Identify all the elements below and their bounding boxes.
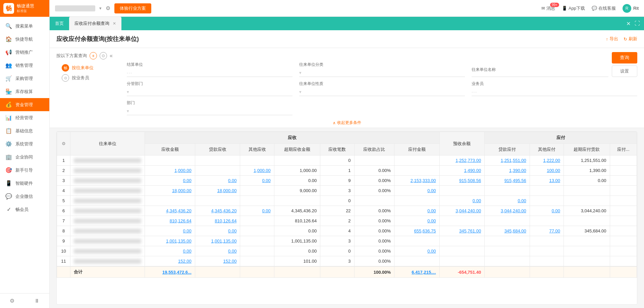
cell-ar-loan[interactable]: 1,001,135.00	[195, 236, 240, 246]
export-btn[interactable]: ↑ 导出	[606, 36, 619, 42]
cell-ar-prepaid[interactable]: 0.00	[394, 206, 440, 216]
cell-ar-other[interactable]	[240, 246, 274, 256]
sidebar-item-quick-nav[interactable]: 🏠 快捷导航	[0, 33, 49, 46]
filter-scheme-by-salesman[interactable]: ⊙ 按业务员	[60, 73, 123, 83]
sidebar-item-search-menu[interactable]: 🔍 搜索菜单	[0, 19, 49, 33]
filter-scheme-by-unit[interactable]: 畅 按往来单位	[60, 63, 123, 73]
cell-ap-loan[interactable]	[485, 186, 530, 196]
cell-ar-other[interactable]: 0.00	[240, 176, 274, 186]
cell-ap-amount[interactable]: 1,252,773.00	[439, 156, 485, 166]
cell-ar-other[interactable]	[240, 256, 274, 267]
cell-ap-other[interactable]	[530, 196, 564, 206]
cell-ar-prepaid[interactable]	[394, 156, 440, 166]
manage-dept-input[interactable]: ▾	[127, 88, 292, 96]
cell-ar-prepaid[interactable]: 0.00	[394, 246, 440, 256]
cell-ap-loan[interactable]: 915,495.56	[485, 176, 530, 186]
cell-ar-amount[interactable]: 1,001,135.00	[145, 236, 195, 246]
cell-ar-loan[interactable]: 0.00	[195, 226, 240, 236]
footer-ar-prepaid[interactable]: 6,417,215....	[394, 266, 440, 278]
cell-ar-amount[interactable]: 152.00	[145, 256, 195, 267]
refresh-btn[interactable]: ↻ 刷新	[624, 36, 637, 42]
cell-ar-other[interactable]	[240, 226, 274, 236]
cell-ar-prepaid[interactable]: 2,153,333.00	[394, 176, 440, 186]
filter-setting-circle-btn[interactable]: ⊙	[100, 52, 107, 59]
cell-ap-loan[interactable]	[485, 246, 530, 256]
salesman-input[interactable]: ···	[472, 88, 637, 96]
cell-ar-loan[interactable]: 18,000.00	[195, 186, 240, 196]
cell-ar-other[interactable]: 1,000.00	[240, 166, 274, 176]
sidebar-item-system[interactable]: ⚙️ 系统管理	[0, 137, 49, 150]
cell-ap-amount[interactable]: 915,508.56	[439, 176, 485, 186]
solution-button[interactable]: 体验行业方案	[114, 3, 151, 13]
cell-ar-loan[interactable]: 0.00	[195, 176, 240, 186]
collapse-row[interactable]: ∧ 收起更多条件	[56, 118, 637, 128]
user-profile[interactable]: R Rit	[623, 4, 639, 13]
online-service-btn[interactable]: 💬 在线客服	[592, 5, 616, 11]
cell-ap-other[interactable]: 1,222.00	[530, 156, 564, 166]
cell-ap-loan[interactable]: 1,251,551.00	[485, 156, 530, 166]
cell-ap-amount[interactable]	[439, 256, 485, 267]
cell-ar-prepaid[interactable]: 0.00	[394, 186, 440, 196]
cell-ap-other[interactable]: 77.00	[530, 226, 564, 236]
tab-close-window-btn[interactable]: ✕	[626, 20, 631, 27]
breadcrumb-chevron-icon[interactable]: ▾	[99, 6, 102, 11]
cell-ar-amount[interactable]: 4,345,436.20	[145, 206, 195, 216]
sidebar-item-marketing[interactable]: 📢 营销推广	[0, 46, 49, 59]
cell-ap-loan[interactable]: 345,684.00	[485, 226, 530, 236]
sidebar-item-wechat[interactable]: 💬 企业微信	[0, 190, 49, 203]
cell-ar-amount[interactable]	[145, 196, 195, 206]
cell-ar-other[interactable]	[240, 186, 274, 196]
sidebar-item-finance[interactable]: 💰 资金管理	[0, 98, 49, 111]
cell-ap-amount[interactable]	[439, 246, 485, 256]
sidebar-settings-btn[interactable]: ⚙	[10, 298, 14, 304]
filter-expand-icon[interactable]: «	[110, 53, 113, 59]
tab-home[interactable]: 首页	[50, 17, 69, 30]
cell-ar-prepaid[interactable]	[394, 256, 440, 267]
cell-ar-other[interactable]	[240, 216, 274, 226]
cell-ap-amount[interactable]: 3,044,240.00	[439, 206, 485, 216]
cell-ar-prepaid[interactable]	[394, 166, 440, 176]
cell-ar-loan[interactable]	[195, 156, 240, 166]
cell-ap-other[interactable]	[530, 246, 564, 256]
cell-ar-loan[interactable]: 152.00	[195, 256, 240, 267]
cell-ar-amount[interactable]: 0.00	[145, 226, 195, 236]
cell-ar-loan[interactable]	[195, 166, 240, 176]
header-gear-icon[interactable]: ⚙	[106, 5, 110, 11]
tab-close-icon[interactable]: ✕	[113, 21, 116, 26]
cell-ar-amount[interactable]: 810,126.64	[145, 216, 195, 226]
sidebar-item-member[interactable]: ✓ 畅会员	[0, 203, 49, 216]
cell-ap-amount[interactable]	[439, 236, 485, 246]
sidebar-item-newbie[interactable]: 🎯 新手引导	[0, 164, 49, 177]
cell-ap-loan[interactable]	[485, 256, 530, 267]
cell-ar-other[interactable]: 0.00	[240, 206, 274, 216]
cell-ap-other[interactable]: 100.00	[530, 166, 564, 176]
cell-ap-loan[interactable]: 3,044,240.00	[485, 206, 530, 216]
cell-ar-prepaid[interactable]	[394, 236, 440, 246]
cell-ap-amount[interactable]	[439, 216, 485, 226]
setting-btn[interactable]: 设置	[612, 65, 637, 77]
sidebar-item-sales[interactable]: 👥 销售管理	[0, 59, 49, 72]
cell-ar-amount[interactable]: 18,000.00	[145, 186, 195, 196]
sidebar-item-smart-device[interactable]: 📱 智能硬件	[0, 177, 49, 190]
cell-ar-amount[interactable]: 1,000.00	[145, 166, 195, 176]
sidebar-item-basic-info[interactable]: 📋 基础信息	[0, 124, 49, 137]
cell-ar-amount[interactable]: 0.00	[145, 176, 195, 186]
footer-ar-amount[interactable]: 19,553,472.6...	[145, 266, 195, 278]
sidebar-item-purchase[interactable]: 🛒 采购管理	[0, 72, 49, 85]
cell-ap-amount[interactable]: 0.00	[439, 196, 485, 206]
filter-field-partner-name-input[interactable]	[472, 74, 608, 77]
query-btn[interactable]: 查询	[612, 52, 637, 63]
sidebar-collapse-btn[interactable]: ⏸	[34, 298, 40, 304]
notification-btn[interactable]: ✉ 消息 99+	[541, 5, 555, 11]
cell-ap-amount[interactable]	[439, 186, 485, 196]
cell-ar-loan[interactable]: 0.00	[195, 246, 240, 256]
cell-ar-other[interactable]	[240, 196, 274, 206]
cell-ar-prepaid[interactable]	[394, 196, 440, 206]
cell-ap-amount[interactable]: 345,761.00	[439, 226, 485, 236]
sidebar-item-operation[interactable]: 📊 经营管理	[0, 111, 49, 124]
app-download-btn[interactable]: 📱 App下载	[562, 5, 585, 11]
tab-ar-ap[interactable]: 应收应付余额查询 ✕	[69, 17, 121, 30]
cell-ar-amount[interactable]	[145, 156, 195, 166]
filter-field-partner-cat-input[interactable]: ▾	[299, 69, 465, 77]
cell-ap-loan[interactable]	[485, 236, 530, 246]
